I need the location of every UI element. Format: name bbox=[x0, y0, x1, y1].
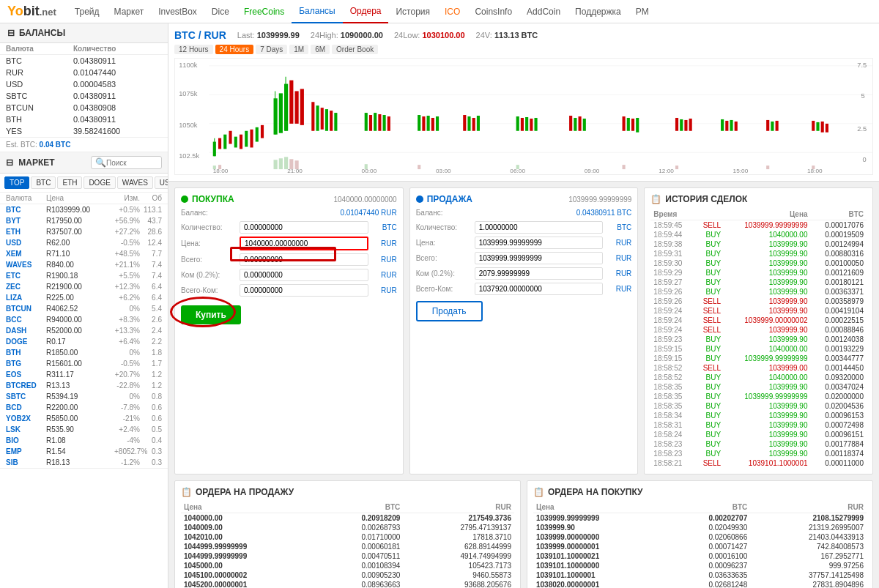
buy-order-row[interactable]: 1039999.00000001 0.00071427 742.84008573 bbox=[533, 542, 867, 551]
logo[interactable]: Yobit.net bbox=[7, 4, 56, 19]
market-tab-top[interactable]: TOP bbox=[4, 176, 29, 189]
market-row[interactable]: SBTC R5394.19 0% 0.8 bbox=[0, 391, 168, 402]
pair-title: BTC / RUR bbox=[174, 29, 226, 41]
market-tab-waves[interactable]: WAVES bbox=[117, 176, 153, 189]
market-row[interactable]: BTC R1039999.00 +0.5% 113.1 bbox=[0, 204, 168, 215]
sell-order-row[interactable]: 1045000.00 0.00108394 105423.7173 bbox=[181, 561, 514, 570]
market-row[interactable]: BTH R1850.00 0% 1.8 bbox=[0, 347, 168, 358]
sell-price-input[interactable] bbox=[475, 237, 604, 249]
svg-text:12:00: 12:00 bbox=[659, 168, 674, 174]
buy-order-row[interactable]: 1039999.99999999 0.00202707 2108.1527999… bbox=[533, 513, 867, 524]
svg-rect-23 bbox=[274, 98, 278, 134]
sell-fee-input[interactable] bbox=[475, 267, 604, 280]
nav-investbox[interactable]: InvestBox bbox=[151, 0, 204, 23]
svg-text:2.5: 2.5 bbox=[857, 125, 867, 133]
nav-ordera[interactable]: Ордера bbox=[343, 0, 389, 23]
market-row[interactable]: BCD R2200.00 -7.8% 0.6 bbox=[0, 402, 168, 413]
time-1m[interactable]: 1M bbox=[289, 45, 308, 54]
sell-qty-input[interactable] bbox=[475, 221, 604, 234]
so-btc: 0.01710000 bbox=[316, 532, 403, 542]
buy-order-row[interactable]: 1039999.00000000 0.02060866 21403.044339… bbox=[533, 532, 867, 542]
time-24h[interactable]: 24 Hours bbox=[215, 45, 254, 54]
market-row[interactable]: YOB2X R5850.00 -21% 0.6 bbox=[0, 413, 168, 424]
bo-rur: 27831.8904896 bbox=[750, 580, 867, 588]
market-row[interactable]: BYT R17950.00 +56.9% 43.7 bbox=[0, 215, 168, 226]
buy-totalfee-row: Всего-Ком: RUR bbox=[181, 284, 397, 297]
mrow-currency: USD bbox=[6, 239, 46, 247]
sell-order-row[interactable]: 1045100.00000002 0.00905230 9460.55873 bbox=[181, 570, 514, 580]
market-row[interactable]: ZEC R21900.00 +12.3% 6.4 bbox=[0, 281, 168, 292]
market-row[interactable]: EOS R311.17 +20.7% 1.2 bbox=[0, 369, 168, 380]
search-input[interactable] bbox=[106, 159, 157, 167]
sell-order-row[interactable]: 1044999.99999999 0.00060181 628.89144999 bbox=[181, 542, 514, 551]
nav-pm[interactable]: PM bbox=[628, 0, 656, 23]
sell-total-input[interactable] bbox=[475, 252, 604, 264]
balance-amount: 39.58241600 bbox=[67, 125, 168, 137]
svg-rect-14 bbox=[218, 138, 221, 149]
nav-dice[interactable]: Dice bbox=[204, 0, 237, 23]
market-row[interactable]: BCC R94000.00 +8.3% 2.6 bbox=[0, 314, 168, 325]
buy-button[interactable]: Купить bbox=[181, 305, 241, 324]
market-row[interactable]: DASH R52000.00 +13.3% 2.4 bbox=[0, 325, 168, 336]
history-row: 18:59:38 BUY 1039999.90 0.00124994 bbox=[650, 239, 867, 249]
sell-order-row[interactable]: 1040009.00 0.00268793 2795.47139137 bbox=[181, 523, 514, 532]
svg-rect-32 bbox=[316, 105, 319, 131]
buy-order-row[interactable]: 1039101.10000000 0.00096237 999.97256 bbox=[533, 561, 867, 570]
so-rur: 93688.205676 bbox=[403, 580, 514, 588]
buy-qty-input[interactable] bbox=[240, 221, 368, 234]
market-row[interactable]: WAVES R840.00 +21.1% 7.4 bbox=[0, 259, 168, 270]
nav-historia[interactable]: История bbox=[388, 0, 437, 23]
sell-order-row[interactable]: 1045200.00000001 0.08963663 93688.205676 bbox=[181, 580, 514, 588]
bo-price: 1039999.90 bbox=[533, 523, 665, 532]
buy-price-input[interactable] bbox=[240, 237, 368, 250]
market-row[interactable]: BTG R15601.00 -0.5% 1.7 bbox=[0, 358, 168, 369]
market-row[interactable]: USD R62.00 -0.5% 12.4 bbox=[0, 237, 168, 248]
buy-totalfee-input[interactable] bbox=[240, 284, 368, 297]
hist-price: 1039999.90 bbox=[724, 258, 810, 268]
market-tab-eth[interactable]: ETH bbox=[57, 176, 82, 189]
buy-order-row[interactable]: 1039101.1000001 0.03633635 37757.1412549… bbox=[533, 570, 867, 580]
sell-order-row[interactable]: 1044999.99999999 0.00470511 4914.7499499… bbox=[181, 551, 514, 561]
buy-order-row[interactable]: 1038020.00000001 0.02681248 27831.890489… bbox=[533, 580, 867, 588]
nav-ico[interactable]: ICO bbox=[437, 0, 467, 23]
mrow-price: R1.54 bbox=[46, 447, 114, 455]
market-row[interactable]: ETC R1900.18 +5.5% 7.4 bbox=[0, 270, 168, 281]
market-row[interactable]: LSK R535.90 +2.4% 0.5 bbox=[0, 424, 168, 435]
buy-fee-input[interactable] bbox=[240, 269, 368, 281]
market-row[interactable]: DOGE R0.17 +6.4% 2.2 bbox=[0, 336, 168, 347]
market-tab-btc[interactable]: BTC bbox=[31, 176, 56, 189]
search-box[interactable]: 🔍 bbox=[91, 156, 162, 169]
time-7d[interactable]: 7 Days bbox=[256, 45, 287, 54]
so-col-rur: RUR bbox=[403, 502, 514, 513]
market-row[interactable]: SIB R18.13 -1.2% 0.3 bbox=[0, 457, 168, 468]
market-row[interactable]: EMP R1.54 +8052.7% 0.3 bbox=[0, 446, 168, 457]
nav-coinsinfo[interactable]: CoinsInfo bbox=[467, 0, 519, 23]
buy-order-row[interactable]: 1039999.90 0.02049930 21319.26995007 bbox=[533, 523, 867, 532]
sell-order-row[interactable]: 1042010.00 0.01710000 17818.3710 bbox=[181, 532, 514, 542]
sell-button[interactable]: Продать bbox=[416, 301, 483, 321]
market-tab-usd[interactable]: USD bbox=[155, 176, 168, 189]
nav-freecoins[interactable]: FreeCoins bbox=[237, 0, 292, 23]
mrow-price: R311.17 bbox=[46, 371, 114, 379]
nav-support[interactable]: Поддержка bbox=[568, 0, 628, 23]
time-orderbook[interactable]: Order Book bbox=[332, 45, 378, 54]
sell-totalfee-input[interactable] bbox=[475, 283, 604, 295]
market-row[interactable]: LIZA R225.00 +6.2% 6.4 bbox=[0, 292, 168, 303]
svg-rect-74 bbox=[771, 122, 774, 131]
nav-treid[interactable]: Трейд bbox=[67, 0, 107, 23]
market-tab-doge[interactable]: DOGE bbox=[84, 176, 115, 189]
time-12h[interactable]: 12 Hours bbox=[174, 45, 213, 54]
buy-order-row[interactable]: 1039101.10000021 0.00016100 167.2952771 bbox=[533, 551, 867, 561]
market-row[interactable]: ETH R37507.00 +27.2% 28.6 bbox=[0, 226, 168, 237]
market-row[interactable]: BTCRED R13.13 -22.8% 1.2 bbox=[0, 380, 168, 391]
buy-total-input[interactable] bbox=[240, 253, 368, 266]
nav-balansy[interactable]: Балансы bbox=[292, 0, 342, 23]
market-row[interactable]: BTCUN R4062.52 0% 5.4 bbox=[0, 303, 168, 314]
nav-market[interactable]: Маркет bbox=[107, 0, 152, 23]
sell-order-row[interactable]: 1040000.00 0.20918209 217549.3736 bbox=[181, 513, 514, 524]
history-row: 18:58:52 SELL 1039999.00 0.00144450 bbox=[650, 363, 867, 373]
time-6m[interactable]: 6M bbox=[311, 45, 330, 54]
market-row[interactable]: XEM R71.10 +48.5% 7.7 bbox=[0, 248, 168, 259]
nav-addcoin[interactable]: AddCoin bbox=[519, 0, 568, 23]
market-row[interactable]: BIO R1.08 -4% 0.4 bbox=[0, 435, 168, 446]
